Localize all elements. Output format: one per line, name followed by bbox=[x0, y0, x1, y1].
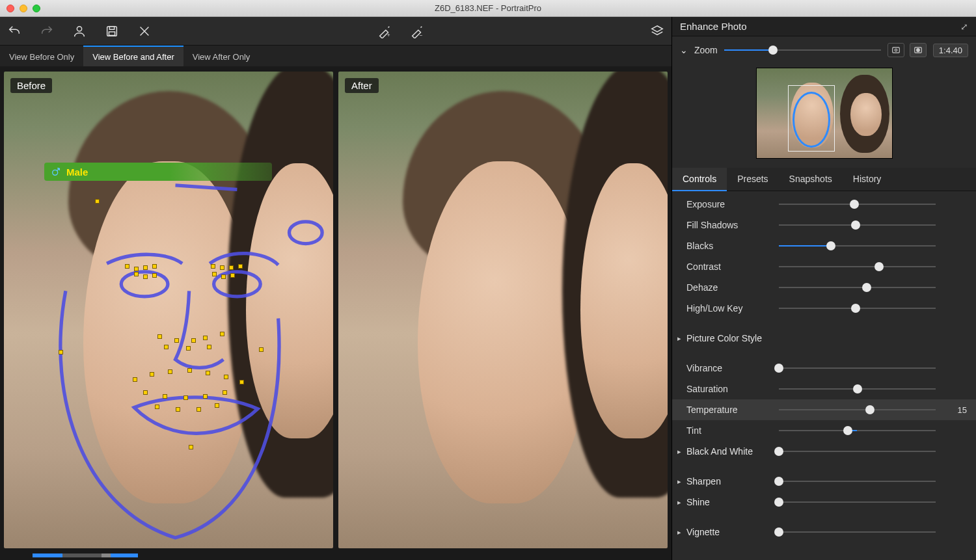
landmark-point[interactable] bbox=[157, 334, 162, 339]
control-vignette[interactable]: ▸Vignette bbox=[672, 522, 976, 542]
person-button[interactable] bbox=[70, 22, 88, 40]
before-pane[interactable]: Before Male bbox=[4, 72, 333, 548]
landmark-point[interactable] bbox=[150, 372, 154, 377]
control-saturation[interactable]: Saturation bbox=[672, 379, 976, 399]
tab-history[interactable]: History bbox=[843, 168, 892, 191]
tab-controls[interactable]: Controls bbox=[672, 168, 727, 191]
landmark-point[interactable] bbox=[238, 264, 243, 269]
zoom-chevron-icon[interactable]: ⌄ bbox=[680, 45, 688, 55]
landmark-point[interactable] bbox=[143, 265, 148, 270]
horizontal-scrollbar[interactable] bbox=[0, 551, 671, 560]
landmark-point[interactable] bbox=[183, 395, 188, 400]
landmark-point[interactable] bbox=[95, 199, 100, 204]
after-pane[interactable]: After bbox=[338, 72, 668, 548]
landmark-point[interactable] bbox=[215, 403, 219, 408]
panel-expand-icon[interactable]: ⤢ bbox=[960, 21, 968, 32]
gender-tag[interactable]: Male bbox=[44, 163, 272, 181]
slider-exposure[interactable] bbox=[779, 200, 936, 209]
slider-shine[interactable] bbox=[779, 498, 936, 507]
slider-blacks[interactable] bbox=[779, 241, 936, 250]
landmark-point[interactable] bbox=[203, 394, 208, 399]
zoom-slider[interactable] bbox=[724, 46, 881, 55]
tab-snapshots[interactable]: Snapshots bbox=[779, 168, 843, 191]
tab-view-both[interactable]: View Before and After bbox=[83, 46, 183, 66]
landmark-point[interactable] bbox=[189, 445, 193, 449]
landmark-point[interactable] bbox=[163, 394, 167, 399]
landmark-point[interactable] bbox=[134, 267, 139, 271]
tab-view-after[interactable]: View After Only bbox=[183, 46, 260, 66]
landmark-point[interactable] bbox=[220, 265, 224, 270]
landmark-point[interactable] bbox=[221, 274, 226, 279]
landmark-point[interactable] bbox=[152, 273, 157, 278]
landmark-point[interactable] bbox=[59, 350, 63, 354]
fit-face-icon[interactable] bbox=[910, 43, 927, 57]
slider-dehaze[interactable] bbox=[779, 283, 936, 292]
landmark-point[interactable] bbox=[239, 380, 244, 384]
control-temperature[interactable]: Temperature15 bbox=[672, 399, 976, 420]
landmark-point[interactable] bbox=[220, 332, 224, 336]
landmark-point[interactable] bbox=[125, 264, 129, 269]
landmark-point[interactable] bbox=[143, 390, 148, 395]
brush-add-button[interactable]: + bbox=[375, 22, 394, 40]
landmark-point[interactable] bbox=[152, 264, 157, 269]
slider-highlow[interactable] bbox=[779, 304, 936, 313]
tab-presets[interactable]: Presets bbox=[727, 168, 778, 191]
slider-temperature[interactable] bbox=[779, 405, 936, 414]
control-bw[interactable]: ▸Black And White bbox=[672, 441, 976, 462]
slider-saturation[interactable] bbox=[779, 384, 936, 393]
landmark-point[interactable] bbox=[229, 265, 234, 270]
control-contrast[interactable]: Contrast bbox=[672, 256, 976, 277]
redo-button[interactable] bbox=[38, 22, 56, 40]
landmark-point[interactable] bbox=[186, 346, 191, 351]
landmark-point[interactable] bbox=[155, 405, 159, 409]
landmark-point[interactable] bbox=[133, 377, 137, 382]
controls-list[interactable]: ExposureFill ShadowsBlacksContrastDehaze… bbox=[672, 191, 976, 560]
close-button[interactable] bbox=[135, 22, 154, 40]
landmark-point[interactable] bbox=[223, 390, 227, 395]
control-tint[interactable]: Tint bbox=[672, 420, 976, 441]
fit-view-icon[interactable] bbox=[888, 43, 904, 57]
landmark-point[interactable] bbox=[164, 345, 169, 349]
slider-bw[interactable] bbox=[779, 447, 936, 456]
navigator-thumbnail[interactable] bbox=[756, 68, 893, 159]
landmark-point[interactable] bbox=[207, 345, 211, 349]
control-fill_shadows[interactable]: Fill Shadows bbox=[672, 215, 976, 235]
landmark-point[interactable] bbox=[168, 369, 172, 374]
landmark-point[interactable] bbox=[230, 273, 235, 278]
image-canvas[interactable]: Before Male bbox=[0, 66, 671, 560]
landmark-point[interactable] bbox=[203, 336, 208, 340]
control-blacks[interactable]: Blacks bbox=[672, 235, 976, 256]
landmark-point[interactable] bbox=[206, 371, 210, 375]
landmark-point[interactable] bbox=[212, 272, 217, 276]
tab-view-before[interactable]: View Before Only bbox=[0, 46, 83, 66]
control-highlow[interactable]: High/Low Key bbox=[672, 298, 976, 319]
slider-fill_shadows[interactable] bbox=[779, 220, 936, 230]
slider-vignette[interactable] bbox=[779, 527, 936, 537]
face-outline[interactable] bbox=[4, 72, 333, 548]
landmark-point[interactable] bbox=[211, 264, 215, 269]
landmark-point[interactable] bbox=[187, 368, 192, 373]
landmark-point[interactable] bbox=[259, 347, 264, 352]
slider-contrast[interactable] bbox=[779, 262, 936, 271]
zoom-ratio[interactable]: 1:4.40 bbox=[933, 44, 968, 57]
landmark-point[interactable] bbox=[224, 375, 228, 379]
control-sharpen[interactable]: ▸Sharpen bbox=[672, 471, 976, 492]
landmark-point[interactable] bbox=[174, 338, 179, 343]
undo-button[interactable] bbox=[5, 22, 23, 40]
slider-vibrance[interactable] bbox=[779, 364, 936, 373]
landmark-point[interactable] bbox=[191, 338, 196, 343]
landmark-point[interactable] bbox=[143, 274, 148, 279]
control-dehaze[interactable]: Dehaze bbox=[672, 277, 976, 298]
landmark-point[interactable] bbox=[134, 272, 139, 276]
layers-button[interactable] bbox=[648, 22, 666, 40]
landmark-point[interactable] bbox=[176, 407, 180, 412]
control-shine[interactable]: ▸Shine bbox=[672, 492, 976, 513]
save-button[interactable] bbox=[103, 22, 121, 40]
landmark-point[interactable] bbox=[197, 407, 201, 412]
control-exposure[interactable]: Exposure bbox=[672, 194, 976, 215]
control-pcs[interactable]: ▸Picture Color Style bbox=[672, 328, 976, 349]
brush-remove-button[interactable]: − bbox=[408, 22, 426, 40]
control-vibrance[interactable]: Vibrance bbox=[672, 358, 976, 379]
slider-sharpen[interactable] bbox=[779, 477, 936, 486]
slider-tint[interactable] bbox=[779, 426, 936, 435]
